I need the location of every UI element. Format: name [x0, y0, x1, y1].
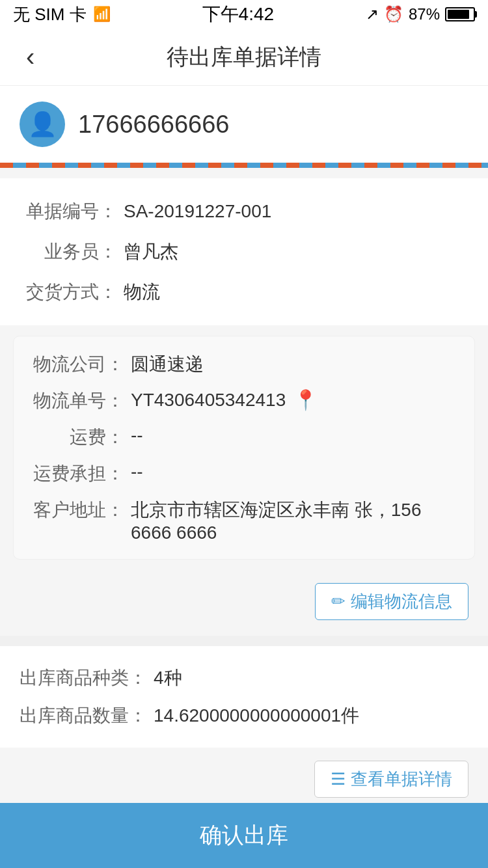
- status-bar: 无 SIM 卡 📶 下午4:42 ↗ ⏰ 87%: [0, 0, 488, 29]
- confirm-button-label: 确认出库: [200, 821, 288, 850]
- goods-quantity-label: 出库商品数量：: [20, 703, 154, 728]
- status-bar-left: 无 SIM 卡 📶: [13, 3, 111, 26]
- address-row: 客户地址： 北京市市辖区海淀区永丰南 张，156 6666 6666: [27, 498, 461, 543]
- avatar: 👤: [20, 102, 65, 147]
- goods-quantity-row: 出库商品数量： 14.6200000000000001件: [20, 703, 468, 728]
- wifi-icon: 📶: [93, 6, 111, 23]
- logistics-tracking-row: 物流单号： YT4306405342413 📍: [27, 388, 461, 413]
- customer-phone: 17666666666: [78, 111, 229, 139]
- freight-label: 运费：: [27, 425, 131, 450]
- customer-header: 👤 17666666666: [0, 86, 488, 163]
- document-number-row: 单据编号： SA-20191227-001: [20, 198, 468, 225]
- logistics-company-row: 物流公司： 圆通速递: [27, 352, 461, 377]
- battery-icon: [445, 7, 475, 21]
- logistics-tracking-value: YT4306405342413 📍: [131, 388, 461, 411]
- edit-icon: ✏: [331, 591, 346, 612]
- goods-types-row: 出库商品种类： 4种: [20, 666, 468, 690]
- freight-value: --: [131, 425, 461, 446]
- avatar-icon: 👤: [28, 111, 57, 138]
- freight-row: 运费： --: [27, 425, 461, 450]
- dashed-divider: [0, 163, 488, 168]
- goods-quantity-value: 14.6200000000000001件: [154, 703, 468, 728]
- confirm-button[interactable]: 确认出库: [0, 803, 488, 868]
- document-number-value: SA-20191227-001: [124, 198, 468, 225]
- document-number-label: 单据编号：: [20, 198, 124, 225]
- document-info-section: 单据编号： SA-20191227-001 业务员： 曾凡杰 交货方式： 物流: [0, 178, 488, 325]
- status-bar-time: 下午4:42: [202, 2, 275, 27]
- logistics-card: 物流公司： 圆通速递 物流单号： YT4306405342413 📍 运费： -…: [13, 336, 475, 560]
- freight-bearer-value: --: [131, 461, 461, 482]
- salesman-value: 曾凡杰: [124, 238, 468, 265]
- salesman-row: 业务员： 曾凡杰: [20, 238, 468, 265]
- view-detail-button[interactable]: ☰ 查看单据详情: [314, 761, 468, 798]
- edit-logistics-button[interactable]: ✏ 编辑物流信息: [315, 583, 468, 620]
- salesman-label: 业务员：: [20, 238, 124, 265]
- alarm-icon: ⏰: [384, 5, 403, 23]
- goods-types-value: 4种: [154, 666, 468, 690]
- edit-logistics-label: 编辑物流信息: [351, 590, 452, 613]
- freight-bearer-label: 运费承担：: [27, 461, 131, 486]
- address-label: 客户地址：: [27, 498, 131, 522]
- logistics-company-label: 物流公司：: [27, 352, 131, 377]
- edit-btn-row: ✏ 编辑物流信息: [0, 570, 488, 636]
- page-title: 待出库单据详情: [167, 42, 321, 72]
- delivery-label: 交货方式：: [20, 278, 124, 306]
- goods-section: 出库商品种类： 4种 出库商品数量： 14.6200000000000001件: [0, 646, 488, 748]
- detail-icon: ☰: [331, 769, 346, 789]
- carrier-text: 无 SIM 卡: [13, 3, 87, 26]
- battery-percentage: 87%: [409, 5, 440, 23]
- nav-bar: ‹ 待出库单据详情: [0, 29, 488, 86]
- map-pin-icon[interactable]: 📍: [293, 388, 318, 411]
- back-button[interactable]: ‹: [20, 36, 41, 78]
- status-bar-right: ↗ ⏰ 87%: [366, 5, 475, 23]
- section-divider: [0, 636, 488, 646]
- goods-types-label: 出库商品种类：: [20, 666, 154, 690]
- logistics-tracking-label: 物流单号：: [27, 388, 131, 413]
- logistics-company-value: 圆通速递: [131, 352, 461, 377]
- location-status-icon: ↗: [366, 5, 379, 23]
- delivery-row: 交货方式： 物流: [20, 278, 468, 306]
- view-detail-label: 查看单据详情: [351, 768, 452, 791]
- delivery-value: 物流: [124, 278, 468, 306]
- tracking-number: YT4306405342413: [131, 390, 286, 411]
- address-value: 北京市市辖区海淀区永丰南 张，156 6666 6666: [131, 498, 461, 543]
- freight-bearer-row: 运费承担： --: [27, 461, 461, 486]
